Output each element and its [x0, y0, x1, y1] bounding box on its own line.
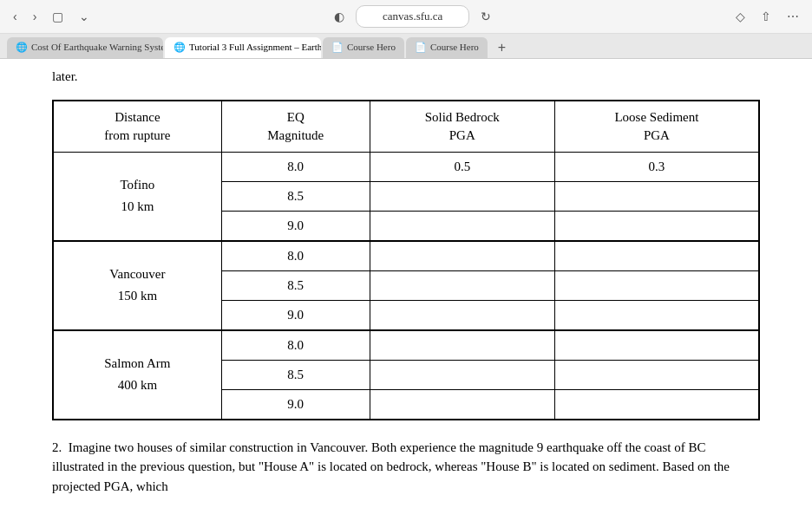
col-header-distance: Distance from rupture: [53, 101, 221, 153]
intro-text: later.: [52, 68, 760, 86]
magnitude-cell-2-0: 8.0: [221, 330, 370, 361]
tab-favicon: 📄: [415, 41, 427, 54]
magnitude-cell-1-1: 8.5: [221, 270, 370, 300]
bedrock-cell-2-2: [370, 389, 554, 420]
bedrock-cell-1-0: [370, 241, 554, 271]
magnitude-cell-2-1: 8.5: [221, 360, 370, 389]
magnitude-cell-0-0: 8.0: [221, 152, 370, 181]
new-tab-button[interactable]: +: [493, 38, 511, 57]
sediment-cell-2-1: [554, 360, 759, 389]
tab-cost-earthquake[interactable]: 🌐 Cost Of Earthquake Warning System: [7, 37, 163, 57]
refresh-button[interactable]: ↻: [476, 8, 495, 25]
sediment-cell-0-1: [554, 181, 759, 211]
question2-number: 2.: [52, 440, 62, 454]
sediment-cell-1-1: [554, 270, 759, 300]
location-cell-2: Salmon Arm400 km: [53, 330, 221, 420]
bedrock-cell-1-2: [370, 300, 554, 330]
sediment-cell-2-0: [554, 330, 759, 361]
bedrock-cell-1-1: [370, 270, 554, 300]
sediment-cell-0-2: [554, 211, 759, 241]
location-cell-1: Vancouver150 km: [53, 241, 221, 330]
shield-icon[interactable]: ◇: [731, 8, 750, 25]
bedrock-cell-2-1: [370, 360, 554, 389]
magnitude-cell-0-1: 8.5: [221, 181, 370, 211]
location-cell-0: Tofino10 km: [53, 152, 221, 241]
question2-text: 2. Imagine two houses of similar constru…: [52, 438, 760, 497]
tab-label: Course Hero: [430, 41, 479, 54]
tab-label: Course Hero: [347, 41, 396, 54]
sediment-cell-1-2: [554, 300, 759, 330]
tab-label: Tutorial 3 Full Assignment – Earthquake …: [189, 41, 321, 54]
tab-favicon: 📄: [331, 41, 344, 54]
tab-view-button[interactable]: ▢: [48, 8, 68, 25]
menu-button[interactable]: ⌄: [75, 8, 94, 25]
tab-coursehero1[interactable]: 📄 Course Hero: [323, 37, 404, 57]
col-header-magnitude: EQ Magnitude: [221, 101, 370, 153]
col-header-sediment: Loose Sediment PGA: [554, 101, 759, 153]
upload-icon[interactable]: ⇧: [756, 8, 776, 25]
tab-coursehero2[interactable]: 📄 Course Hero: [406, 37, 488, 57]
tab-favicon: 🌐: [174, 41, 186, 54]
magnitude-cell-1-0: 8.0: [221, 241, 370, 271]
page-content: later. Distance from rupture EQ Magnitud…: [0, 59, 812, 508]
col-header-bedrock: Solid Bedrock PGA: [370, 101, 554, 153]
bedrock-cell-0-0: 0.5: [370, 152, 554, 181]
magnitude-cell-2-2: 9.0: [221, 389, 370, 420]
tab-bar: 🌐 Cost Of Earthquake Warning System 🌐 Tu…: [0, 34, 812, 57]
sediment-cell-1-0: [554, 241, 759, 271]
nav-bar: ‹ › ▢ ⌄ ◐ canvas.sfu.ca ↻ ◇ ⇧ ⋯: [0, 0, 812, 34]
sediment-cell-2-2: [554, 389, 759, 420]
back-button[interactable]: ‹: [9, 8, 22, 25]
address-bar[interactable]: canvas.sfu.ca: [356, 5, 469, 28]
data-table: Distance from rupture EQ Magnitude Solid…: [52, 100, 760, 420]
forward-button[interactable]: ›: [29, 8, 42, 25]
sediment-cell-0-0: 0.3: [554, 152, 759, 181]
tab-favicon: 🌐: [16, 41, 28, 54]
tab-label: Cost Of Earthquake Warning System: [31, 41, 163, 54]
bedrock-cell-0-2: [370, 211, 554, 241]
bedrock-cell-0-1: [370, 181, 554, 211]
magnitude-cell-0-2: 9.0: [221, 211, 370, 241]
more-button[interactable]: ⋯: [783, 8, 803, 25]
tab-tutorial3[interactable]: 🌐 Tutorial 3 Full Assignment – Earthquak…: [165, 37, 321, 57]
browser-chrome: ‹ › ▢ ⌄ ◐ canvas.sfu.ca ↻ ◇ ⇧ ⋯ 🌐 Cost O…: [0, 0, 812, 59]
bedrock-cell-2-0: [370, 330, 554, 361]
magnitude-cell-1-2: 9.0: [221, 300, 370, 330]
share-icon[interactable]: ◐: [330, 8, 349, 25]
